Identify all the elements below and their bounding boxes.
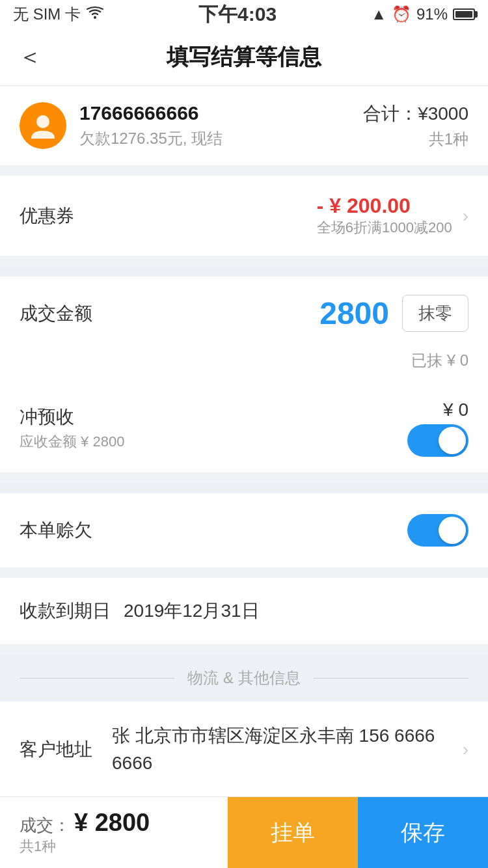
- status-time: 下午4:03: [198, 1, 277, 28]
- footer-deal-label: 成交：: [20, 814, 70, 837]
- address-arrow-icon: ›: [463, 739, 468, 760]
- prepaid-row: 冲预收 应收金额 ¥ 2800 ¥ 0: [0, 384, 488, 472]
- deal-value: 2800: [319, 295, 389, 331]
- coupon-row[interactable]: 优惠券 - ¥ 200.00 全场6折满1000减200 ›: [0, 176, 488, 256]
- location-icon: ▲: [371, 5, 386, 23]
- logistics-divider: 物流 & 其他信息: [0, 655, 488, 701]
- coupon-right: - ¥ 200.00 全场6折满1000减200 ›: [317, 194, 468, 237]
- prepaid-right: ¥ 0: [407, 400, 468, 457]
- customer-left: 17666666666 欠款1276.35元, 现结: [20, 102, 223, 149]
- credit-row: 本单赊欠: [0, 493, 488, 567]
- coupon-section: 优惠券 - ¥ 200.00 全场6折满1000减200 ›: [0, 176, 488, 256]
- round-button[interactable]: 抹零: [402, 295, 468, 332]
- deal-right: 2800 抹零: [319, 295, 468, 332]
- save-button[interactable]: 保存: [358, 797, 488, 868]
- prepaid-toggle[interactable]: [407, 424, 468, 457]
- address-label: 客户地址: [20, 737, 92, 762]
- deal-amount-row: 成交金额 2800 抹零: [0, 277, 488, 350]
- customer-card: 17666666666 欠款1276.35元, 现结 合计：¥3000 共1种: [0, 86, 488, 165]
- customer-right: 合计：¥3000 共1种: [363, 102, 468, 150]
- logistics-label: 物流 & 其他信息: [187, 668, 300, 688]
- divider-line-right: [314, 678, 468, 679]
- due-date-row: 收款到期日 2019年12月31日: [0, 578, 488, 644]
- nav-bar: ＜ 填写结算等信息: [0, 29, 488, 86]
- deal-sub: 已抹 ¥ 0: [0, 350, 488, 384]
- prepaid-left: 冲预收 应收金额 ¥ 2800: [20, 405, 124, 452]
- back-button[interactable]: ＜: [18, 41, 42, 73]
- footer-amount: ¥ 2800: [74, 809, 150, 837]
- content: 17666666666 欠款1276.35元, 现结 合计：¥3000 共1种 …: [0, 86, 488, 868]
- footer-count: 共1种: [20, 837, 208, 856]
- customer-phone: 17666666666: [79, 102, 223, 124]
- divider-2: [0, 483, 488, 493]
- coupon-arrow-icon: ›: [463, 206, 468, 226]
- address-row[interactable]: 客户地址 张 北京市市辖区海淀区永丰南 156 6666 6666 ›: [0, 701, 488, 798]
- credit-toggle[interactable]: [407, 514, 468, 547]
- deal-label: 成交金额: [20, 301, 92, 326]
- battery-icon: [453, 8, 475, 20]
- toggle-knob: [439, 427, 466, 454]
- coupon-label: 优惠券: [20, 204, 74, 228]
- battery-text: 91%: [416, 5, 448, 23]
- divider-line-left: [20, 678, 174, 679]
- status-bar: 无 SIM 卡 下午4:03 ▲ ⏰ 91%: [0, 0, 488, 29]
- footer: 成交： ¥ 2800 共1种 挂单 保存: [0, 796, 488, 868]
- status-left: 无 SIM 卡: [13, 4, 104, 25]
- prepaid-amount: ¥ 0: [443, 400, 468, 420]
- deal-section: 成交金额 2800 抹零 已抹 ¥ 0 冲预收 应收金额 ¥ 2800 ¥ 0: [0, 277, 488, 472]
- footer-info: 成交： ¥ 2800 共1种: [0, 797, 228, 868]
- credit-knob: [439, 517, 466, 544]
- credit-label: 本单赊欠: [20, 518, 92, 543]
- hang-button[interactable]: 挂单: [228, 797, 358, 868]
- svg-point-0: [94, 16, 96, 19]
- due-date-value: 2019年12月31日: [124, 599, 260, 623]
- divider-1: [0, 266, 488, 277]
- address-value: 张 北京市市辖区海淀区永丰南 156 6666 6666: [112, 722, 452, 777]
- page-title: 填写结算等信息: [167, 42, 321, 72]
- coupon-desc: 全场6折满1000减200: [317, 218, 452, 237]
- total-amount: 合计：¥3000: [363, 102, 468, 126]
- prepaid-sub: 应收金额 ¥ 2800: [20, 432, 124, 452]
- carrier-text: 无 SIM 卡: [13, 4, 81, 25]
- coupon-info: - ¥ 200.00 全场6折满1000减200: [317, 194, 452, 237]
- due-date-label: 收款到期日: [20, 599, 111, 623]
- customer-info: 17666666666 欠款1276.35元, 现结: [79, 102, 223, 149]
- svg-point-1: [36, 115, 49, 128]
- wifi-icon: [86, 5, 104, 23]
- prepaid-label: 冲预收: [20, 405, 124, 429]
- alarm-icon: ⏰: [392, 5, 411, 23]
- customer-debt: 欠款1276.35元, 现结: [79, 128, 223, 149]
- total-count: 共1种: [363, 129, 468, 150]
- avatar: [20, 102, 66, 149]
- coupon-amount: - ¥ 200.00: [317, 194, 452, 218]
- status-right: ▲ ⏰ 91%: [371, 5, 475, 23]
